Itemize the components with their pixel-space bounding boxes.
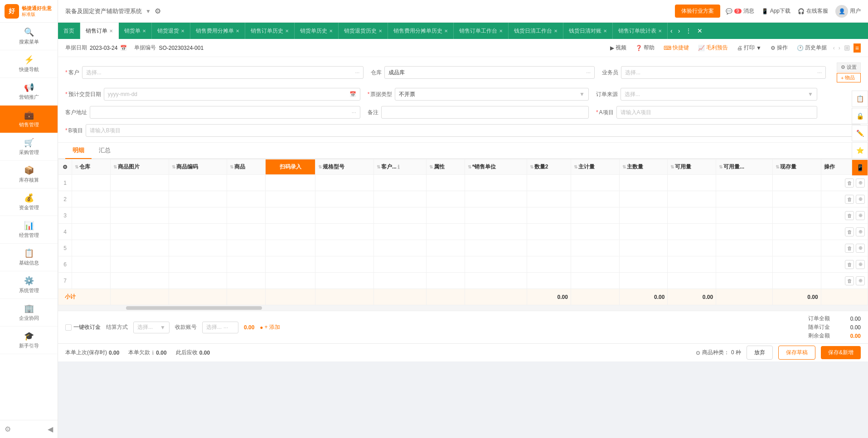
th-product[interactable]: ⇅ 商品 bbox=[227, 159, 265, 175]
tab-sales-history-close[interactable]: ✕ bbox=[329, 29, 333, 34]
tab-daily-clearing[interactable]: 钱货日清工作台 ✕ bbox=[509, 23, 563, 39]
row6-scan[interactable] bbox=[266, 256, 315, 273]
sidebar-item-purchase[interactable]: 🛒 采购管理 bbox=[0, 133, 58, 161]
b-project-input[interactable]: 请输入B项目 bbox=[86, 124, 861, 137]
th-attributes[interactable]: ⇅ 属性 bbox=[426, 159, 465, 175]
tab-daily-clearing-close[interactable]: ✕ bbox=[554, 29, 558, 34]
sort-avail2-icon[interactable]: ⇅ bbox=[719, 164, 723, 169]
row2-warehouse[interactable] bbox=[72, 191, 111, 207]
row5-product[interactable] bbox=[227, 240, 265, 256]
row1-customer-code[interactable] bbox=[373, 175, 426, 191]
row1-unit[interactable] bbox=[465, 175, 527, 191]
th-available-more[interactable]: ⇅ 可用量... bbox=[716, 159, 773, 175]
messages-btn[interactable]: 💬 9 消息 bbox=[726, 7, 754, 15]
tab-sales-return-close[interactable]: ✕ bbox=[142, 29, 146, 34]
sidebar-item-search[interactable]: 🔍 搜索菜单 bbox=[0, 23, 58, 50]
discard-button[interactable]: 放弃 bbox=[747, 346, 773, 360]
sort-munit-icon[interactable]: ⇅ bbox=[574, 164, 577, 169]
settings-side-btn[interactable]: ⚙ 保存草稿 设置 bbox=[837, 63, 861, 72]
row7-image[interactable] bbox=[111, 273, 169, 289]
row7-attr[interactable] bbox=[426, 273, 465, 289]
row5-warehouse[interactable] bbox=[72, 240, 111, 256]
row5-scan[interactable] bbox=[266, 240, 315, 256]
row5-code[interactable] bbox=[169, 240, 227, 256]
row2-munit[interactable] bbox=[571, 191, 619, 207]
row3-munit[interactable] bbox=[571, 207, 619, 224]
row6-unit[interactable] bbox=[465, 256, 527, 273]
th-scan[interactable]: 扫码录入 bbox=[266, 159, 315, 175]
row2-product[interactable] bbox=[227, 191, 265, 207]
row2-image[interactable] bbox=[111, 191, 169, 207]
row5-munit[interactable] bbox=[571, 240, 619, 256]
row4-warehouse[interactable] bbox=[72, 224, 111, 240]
sort-attr-icon[interactable]: ⇅ bbox=[429, 164, 433, 169]
nav-prev-icon[interactable]: ‹ bbox=[833, 45, 835, 51]
row7-munit[interactable] bbox=[571, 273, 619, 289]
row4-scan[interactable] bbox=[266, 224, 315, 240]
tab-close-all-btn[interactable]: ✕ bbox=[694, 27, 705, 34]
settings-icon[interactable]: ⚙ bbox=[155, 7, 161, 15]
sort-customer-icon[interactable]: ⇅ bbox=[377, 164, 380, 169]
row3-product[interactable] bbox=[227, 207, 265, 224]
row3-copy-btn[interactable]: ⊕ bbox=[856, 211, 865, 220]
row1-qty2[interactable] bbox=[527, 175, 571, 191]
row6-avail[interactable] bbox=[668, 256, 716, 273]
tab-workbench-close[interactable]: ✕ bbox=[499, 29, 503, 34]
settlement-select[interactable]: 选择... ▼ bbox=[133, 322, 170, 333]
user-btn[interactable]: 👤 用户 bbox=[835, 5, 861, 18]
row7-stock[interactable] bbox=[772, 273, 821, 289]
row2-spec[interactable] bbox=[315, 191, 373, 207]
th-product-image[interactable]: ⇅ 商品图片 bbox=[111, 159, 169, 175]
sort-product-icon[interactable]: ⇅ bbox=[230, 164, 233, 169]
sidebar-item-inventory[interactable]: 📦 库存核算 bbox=[0, 161, 58, 188]
table-scrollbar[interactable] bbox=[58, 305, 868, 311]
row1-munit[interactable] bbox=[571, 175, 619, 191]
sidebar-item-system[interactable]: ⚙️ 系统管理 bbox=[0, 271, 58, 299]
row6-stock[interactable] bbox=[772, 256, 821, 273]
tab-refund-history[interactable]: 销货退货历史 ✕ bbox=[339, 23, 388, 39]
sidebar-item-finance[interactable]: 💰 资金管理 bbox=[0, 188, 58, 216]
tab-order-history-close[interactable]: ✕ bbox=[285, 29, 289, 34]
row6-avail2[interactable] bbox=[716, 256, 773, 273]
row6-image[interactable] bbox=[111, 256, 169, 273]
tab-order-history[interactable]: 销售订单历史 ✕ bbox=[245, 23, 295, 39]
calendar-icon[interactable]: 📅 bbox=[120, 45, 127, 51]
add-goods-btn[interactable]: +物品 bbox=[837, 73, 861, 82]
row5-delete-btn[interactable]: 🗑 bbox=[845, 244, 854, 253]
tab-sales-order[interactable]: 销售订单 ✕ bbox=[80, 23, 119, 39]
th-qty2[interactable]: ⇅ 数量2 bbox=[527, 159, 571, 175]
row3-mqty[interactable] bbox=[619, 207, 668, 224]
sidebar-item-sales[interactable]: 💼 销售管理 bbox=[0, 106, 58, 133]
row2-customer-code[interactable] bbox=[373, 191, 426, 207]
tab-more-btn[interactable]: ⋮ bbox=[683, 27, 694, 34]
row3-qty2[interactable] bbox=[527, 207, 571, 224]
row2-delete-btn[interactable]: 🗑 bbox=[845, 195, 854, 204]
row3-avail2[interactable] bbox=[716, 207, 773, 224]
th-available[interactable]: ⇅ 可用量 bbox=[668, 159, 716, 175]
warehouse-input[interactable]: 成品库 ··· bbox=[384, 66, 595, 79]
row4-qty2[interactable] bbox=[527, 224, 571, 240]
row3-avail[interactable] bbox=[668, 207, 716, 224]
print-dropdown-icon[interactable]: ▼ bbox=[756, 45, 761, 51]
row6-customer-code[interactable] bbox=[373, 256, 426, 273]
tab-fee-split-history-close[interactable]: ✕ bbox=[444, 29, 448, 34]
sort-code-icon[interactable]: ⇅ bbox=[172, 164, 175, 169]
row1-avail2[interactable] bbox=[716, 175, 773, 191]
row4-munit[interactable] bbox=[571, 224, 619, 240]
row5-customer-code[interactable] bbox=[373, 240, 426, 256]
tab-prev-btn[interactable]: ‹ bbox=[668, 27, 675, 34]
row7-warehouse[interactable] bbox=[72, 273, 111, 289]
row3-spec[interactable] bbox=[315, 207, 373, 224]
row2-code[interactable] bbox=[169, 191, 227, 207]
row1-attr[interactable] bbox=[426, 175, 465, 191]
row3-stock[interactable] bbox=[772, 207, 821, 224]
grid-view-icon[interactable]: ⊞ bbox=[844, 43, 850, 52]
calendar2-icon[interactable]: 📅 bbox=[349, 91, 356, 97]
row7-scan[interactable] bbox=[266, 273, 315, 289]
row2-qty2[interactable] bbox=[527, 191, 571, 207]
row7-unit[interactable] bbox=[465, 273, 527, 289]
tab-sales-return[interactable]: 销货单 ✕ bbox=[119, 23, 152, 39]
side-btn-4[interactable]: ⭐ bbox=[852, 142, 868, 159]
row4-avail[interactable] bbox=[668, 224, 716, 240]
sidebar-item-enterprise[interactable]: 🏢 企业协同 bbox=[0, 299, 58, 327]
